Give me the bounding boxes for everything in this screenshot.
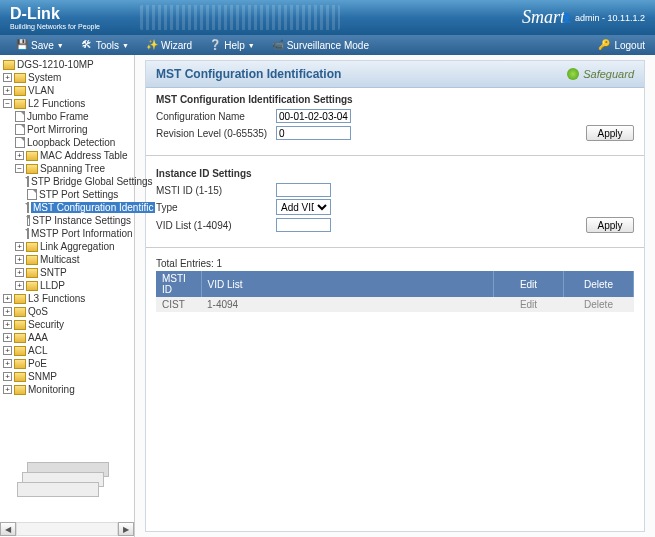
tree-portmirror[interactable]: Port Mirroring <box>15 123 131 136</box>
scroll-left-button[interactable]: ◀ <box>0 522 16 536</box>
surveillance-menu[interactable]: 📹 Surveillance Mode <box>266 39 375 51</box>
revision-label: Revision Level (0-65535) <box>156 128 276 139</box>
type-select[interactable]: Add VID <box>276 199 331 215</box>
page-icon <box>27 215 30 226</box>
tree-loopback[interactable]: Loopback Detection <box>15 136 131 149</box>
main-layout: DGS-1210-10MP +System +VLAN −L2 Function… <box>0 55 655 537</box>
save-icon: 💾 <box>16 39 28 51</box>
page-icon <box>27 228 29 239</box>
menubar-right: 🔑 Logout <box>598 39 645 51</box>
revision-input[interactable] <box>276 126 351 140</box>
collapse-icon[interactable]: − <box>15 164 24 173</box>
th-msti: MSTI ID <box>156 271 201 297</box>
panel-header: MST Configuration Identification Safegua… <box>146 61 644 88</box>
tree-stp-bridge[interactable]: STP Bridge Global Settings <box>27 175 131 188</box>
vidlist-input[interactable] <box>276 218 331 232</box>
config-name-input[interactable] <box>276 109 351 123</box>
expand-icon[interactable]: + <box>3 359 12 368</box>
tree-lldp[interactable]: +LLDP <box>15 279 131 292</box>
user-icon: 👤 <box>561 13 572 23</box>
expand-icon[interactable]: + <box>3 346 12 355</box>
expand-icon[interactable]: + <box>15 268 24 277</box>
tools-label: Tools <box>96 40 119 51</box>
folder-icon <box>26 151 38 161</box>
vidlist-label: VID List (1-4094) <box>156 220 276 231</box>
tree-aaa[interactable]: +AAA <box>3 331 131 344</box>
tree-mst-config[interactable]: MST Configuration Identific <box>27 201 131 214</box>
folder-icon <box>14 385 26 395</box>
tree-spanning[interactable]: −Spanning Tree <box>15 162 131 175</box>
expand-icon[interactable]: + <box>15 281 24 290</box>
tree-multicast[interactable]: +Multicast <box>15 253 131 266</box>
tree-l2[interactable]: −L2 Functions <box>3 97 131 110</box>
help-menu[interactable]: ❔ Help ▼ <box>203 39 261 51</box>
expand-icon[interactable]: + <box>3 333 12 342</box>
scroll-right-button[interactable]: ▶ <box>118 522 134 536</box>
folder-icon <box>26 268 38 278</box>
apply-button-2[interactable]: Apply <box>586 217 634 233</box>
tree-mstp-portinfo[interactable]: MSTP Port Information <box>27 227 131 240</box>
divider <box>146 247 644 248</box>
msti-input[interactable] <box>276 183 331 197</box>
admin-label: admin - 10.11.1.2 <box>575 13 645 23</box>
collapse-icon[interactable]: − <box>3 99 12 108</box>
edit-button[interactable]: Edit <box>494 297 564 312</box>
page-title: MST Configuration Identification <box>156 67 341 81</box>
tree-l3[interactable]: +L3 Functions <box>3 292 131 305</box>
wizard-label: Wizard <box>161 40 192 51</box>
safeguard-badge: Safeguard <box>567 68 634 80</box>
tree-security[interactable]: +Security <box>3 318 131 331</box>
revision-row: Revision Level (0-65535) Apply <box>156 125 634 141</box>
tree-poe[interactable]: +PoE <box>3 357 131 370</box>
folder-icon <box>14 294 26 304</box>
page-icon <box>27 176 29 187</box>
expand-icon[interactable]: + <box>3 320 12 329</box>
expand-icon[interactable]: + <box>3 385 12 394</box>
folder-icon <box>26 164 38 174</box>
table-row: CIST 1-4094 Edit Delete <box>156 297 634 312</box>
page-icon <box>15 137 25 148</box>
tools-menu[interactable]: 🛠 Tools ▼ <box>75 39 135 51</box>
save-label: Save <box>31 40 54 51</box>
tree-stp-instance[interactable]: STP Instance Settings <box>27 214 131 227</box>
nav-tree: DGS-1210-10MP +System +VLAN −L2 Function… <box>3 58 131 396</box>
wizard-menu[interactable]: ✨ Wizard <box>140 39 198 51</box>
tree-sntp[interactable]: +SNTP <box>15 266 131 279</box>
expand-icon[interactable]: + <box>3 372 12 381</box>
tree-snmp[interactable]: +SNMP <box>3 370 131 383</box>
cell-vidlist: 1-4094 <box>201 297 494 312</box>
expand-icon[interactable]: + <box>15 242 24 251</box>
expand-icon[interactable]: + <box>3 307 12 316</box>
logout-button[interactable]: Logout <box>614 40 645 51</box>
expand-icon[interactable]: + <box>3 294 12 303</box>
expand-icon[interactable]: + <box>3 73 12 82</box>
save-menu[interactable]: 💾 Save ▼ <box>10 39 70 51</box>
apply-button-1[interactable]: Apply <box>586 125 634 141</box>
help-icon: ❔ <box>209 39 221 51</box>
sidebar-scroll: ◀ ▶ <box>0 521 134 537</box>
tree-acl[interactable]: +ACL <box>3 344 131 357</box>
tree-jumbo[interactable]: Jumbo Frame <box>15 110 131 123</box>
expand-icon[interactable]: + <box>3 86 12 95</box>
tree-vlan[interactable]: +VLAN <box>3 84 131 97</box>
tree-root[interactable]: DGS-1210-10MP <box>3 58 131 71</box>
wizard-icon: ✨ <box>146 39 158 51</box>
tree-mac[interactable]: +MAC Address Table <box>15 149 131 162</box>
shield-icon <box>567 68 579 80</box>
delete-button[interactable]: Delete <box>564 297 634 312</box>
scroll-track[interactable] <box>16 522 118 536</box>
tree-stp-port[interactable]: STP Port Settings <box>27 188 131 201</box>
tree-linkagg[interactable]: +Link Aggregation <box>15 240 131 253</box>
tree-system[interactable]: +System <box>3 71 131 84</box>
safeguard-label: Safeguard <box>583 68 634 80</box>
th-edit: Edit <box>494 271 564 297</box>
expand-icon[interactable]: + <box>15 255 24 264</box>
tree-qos[interactable]: +QoS <box>3 305 131 318</box>
page-icon <box>15 124 25 135</box>
folder-icon <box>3 60 15 70</box>
config-name-row: Configuration Name <box>156 109 634 123</box>
instance-table: MSTI ID VID List Edit Delete CIST 1-4094… <box>156 271 634 312</box>
folder-icon <box>14 372 26 382</box>
tree-monitoring[interactable]: +Monitoring <box>3 383 131 396</box>
expand-icon[interactable]: + <box>15 151 24 160</box>
